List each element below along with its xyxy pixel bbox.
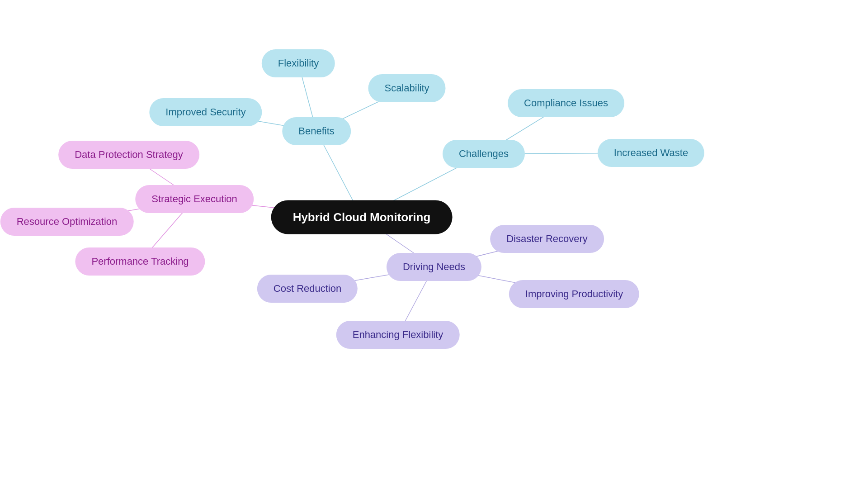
increased-waste-node: Increased Waste <box>598 139 704 167</box>
compliance-issues-node: Compliance Issues <box>508 89 624 117</box>
performance-tracking-node: Performance Tracking <box>75 247 205 276</box>
flexibility-node: Flexibility <box>262 49 335 77</box>
strategic-execution-node: Strategic Execution <box>135 185 254 213</box>
enhancing-flexibility-node: Enhancing Flexibility <box>336 321 460 349</box>
resource-optimization-node: Resource Optimization <box>0 208 134 236</box>
improved-security-node: Improved Security <box>149 98 262 126</box>
improving-productivity-node: Improving Productivity <box>509 280 639 308</box>
center-node: Hybrid Cloud Monitoring <box>271 200 453 234</box>
benefits-node: Benefits <box>282 117 351 145</box>
driving-needs-node: Driving Needs <box>387 253 481 281</box>
challenges-node: Challenges <box>443 140 525 168</box>
data-protection-node: Data Protection Strategy <box>58 141 199 169</box>
cost-reduction-node: Cost Reduction <box>257 275 358 303</box>
scalability-node: Scalability <box>368 74 445 102</box>
disaster-recovery-node: Disaster Recovery <box>490 225 604 253</box>
